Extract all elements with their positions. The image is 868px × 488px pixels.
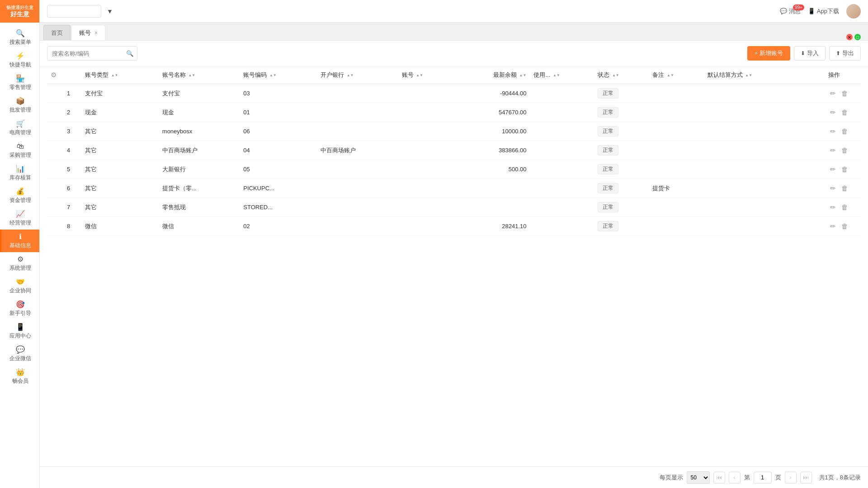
cell-account-name: 微信 [159,217,240,236]
edit-button[interactable]: ✏ [828,127,838,136]
sidebar-item-system-mgmt[interactable]: ⚙ 系统管理 [0,252,39,275]
new-guide-icon: 🎯 [16,300,25,309]
status-badge: 正常 [598,88,618,99]
col-latest-balance[interactable]: 最新余额 ▲▼ [453,66,530,84]
sidebar-item-enterprise-wechat[interactable]: 💬 企业微信 [0,343,39,365]
notification-button[interactable]: 💬 消息 99+ [780,7,801,15]
cell-remark [649,160,703,179]
sidebar-item-operations-mgmt[interactable]: 📈 经营管理 [0,207,39,230]
cell-account-no [398,103,453,122]
last-page-button[interactable]: ⏭ [800,472,812,483]
delete-button[interactable]: 🗑 [840,222,850,230]
edit-button[interactable]: ✏ [828,222,838,230]
avatar[interactable] [846,4,861,19]
cell-status: 正常 [594,198,649,217]
edit-button[interactable]: ✏ [828,203,838,211]
col-default-settlement[interactable]: 默认结算方式 ▲▼ [704,66,825,84]
tab-close-button[interactable]: × [94,30,98,36]
sidebar-item-ecommerce-mgmt[interactable]: 🛒 电商管理 [0,117,39,139]
status-badge: 正常 [598,145,618,155]
delete-button[interactable]: 🗑 [840,184,850,192]
page-input[interactable] [754,472,772,483]
edit-button[interactable]: ✏ [828,108,838,117]
dropdown-button[interactable]: ▼ [107,8,113,15]
page-size-select[interactable]: 50 20 100 [687,471,710,484]
col-account-name[interactable]: 账号名称 ▲▼ [159,66,240,84]
first-page-button[interactable]: ⏮ [713,472,725,483]
window-maximize-button[interactable]: □ [854,34,861,40]
cell-account-code: STORED... [240,198,317,217]
cell-latest-balance: 500.00 [453,160,530,179]
cell-account-name: moneybosx [159,122,240,141]
edit-button[interactable]: ✏ [828,184,838,192]
sort-icon: ▲▼ [269,73,277,77]
sidebar-nav: 🔍 搜索菜单 ⚡ 快捷导航 🏪 零售管理 📦 批发管理 🛒 电商管理 🛍 采购管… [0,23,39,488]
sidebar-item-enterprise-agreement[interactable]: 🤝 企业协同 [0,275,39,297]
cell-settings [47,160,63,179]
sidebar-item-quick-nav[interactable]: ⚡ 快捷导航 [0,49,39,71]
member-icon: 👑 [16,368,25,376]
search-wrap: 🔍 [47,46,137,61]
sidebar-item-retail-mgmt[interactable]: 🏪 零售管理 [0,71,39,94]
col-remark[interactable]: 备注 ▲▼ [649,66,703,84]
delete-button[interactable]: 🗑 [840,165,850,173]
sidebar-item-inventory[interactable]: 📊 库存核算 [0,162,39,184]
toolbar: 🔍 + 新增账号 ⬇ 导入 ⬆ 导出 [40,41,868,66]
edit-button[interactable]: ✏ [828,89,838,98]
page-label-text: 第 [744,474,750,482]
sidebar-item-purchase-mgmt[interactable]: 🛍 采购管理 [0,139,39,162]
add-account-button[interactable]: + 新增账号 [747,46,790,61]
table-header-row: ⚙ 账号类型 ▲▼ 账号名称 ▲▼ 账号编码 ▲▼ [47,66,861,84]
tab-account[interactable]: 账号 × [71,25,105,40]
content-area: 🔍 + 新增账号 ⬇ 导入 ⬆ 导出 [40,41,868,488]
search-order-icon: 🔍 [16,29,25,38]
edit-button[interactable]: ✏ [828,146,838,155]
top-search-input[interactable] [47,5,101,18]
prev-page-button[interactable]: ‹ [729,472,741,483]
sidebar-item-app-center[interactable]: 📱 应用中心 [0,320,39,343]
sidebar-item-wholesale-mgmt[interactable]: 📦 批发管理 [0,94,39,117]
col-usage[interactable]: 使用... ▲▼ [530,66,594,84]
cell-bank [317,103,398,122]
col-settings[interactable]: ⚙ [47,66,63,84]
sidebar-item-search-order[interactable]: 🔍 搜索菜单 [0,26,39,49]
search-input[interactable] [47,46,137,61]
delete-button[interactable]: 🗑 [840,108,850,116]
col-account-code[interactable]: 账号编码 ▲▼ [240,66,317,84]
col-account-no[interactable]: 账号 ▲▼ [398,66,453,84]
cell-usage [530,84,594,103]
app-download-button[interactable]: 📱 App下载 [808,7,839,15]
cell-index: 6 [63,179,81,198]
sidebar-item-basic-info[interactable]: ℹ 基础信息 [0,230,39,252]
cell-action: ✏ 🗑 [825,122,861,141]
cell-default-settlement [704,179,825,198]
cell-usage [530,160,594,179]
app-center-icon: 📱 [16,323,25,331]
col-account-type[interactable]: 账号类型 ▲▼ [81,66,159,84]
col-bank[interactable]: 开户银行 ▲▼ [317,66,398,84]
cell-usage [530,103,594,122]
sidebar-item-finance-mgmt[interactable]: 💰 资金管理 [0,184,39,207]
cell-account-code: 01 [240,103,317,122]
delete-button[interactable]: 🗑 [840,203,850,211]
edit-button[interactable]: ✏ [828,165,838,174]
header-left: ▼ [47,5,113,18]
import-button[interactable]: ⬇ 导入 [794,46,826,61]
cell-index: 4 [63,141,81,160]
cell-latest-balance: 547670.00 [453,103,530,122]
export-button[interactable]: ⬆ 导出 [829,46,861,61]
delete-button[interactable]: 🗑 [840,146,850,154]
window-close-button[interactable]: × [846,34,853,40]
delete-button[interactable]: 🗑 [840,89,850,97]
sidebar-item-new-guide[interactable]: 🎯 新手引导 [0,297,39,320]
cell-settings [47,179,63,198]
delete-button[interactable]: 🗑 [840,127,850,135]
cell-status: 正常 [594,141,649,160]
search-button[interactable]: 🔍 [126,50,134,57]
sidebar-item-member[interactable]: 👑 畅会员 [0,365,39,388]
operations-mgmt-icon: 📈 [16,210,25,218]
tab-home[interactable]: 首页 [43,25,71,40]
col-status[interactable]: 状态 ▲▼ [594,66,649,84]
cell-index: 1 [63,84,81,103]
next-page-button[interactable]: › [785,472,797,483]
